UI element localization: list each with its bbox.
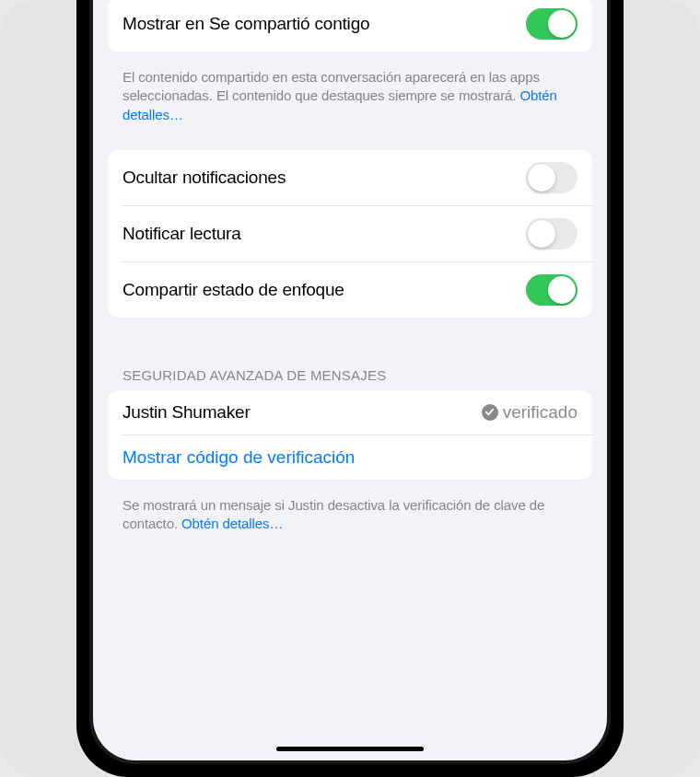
verified-status: verificado [482,402,578,423]
toggle-knob [528,220,555,248]
read-receipts-row[interactable]: Notificar lectura [108,206,592,261]
shared-with-you-toggle[interactable] [526,8,578,40]
home-indicator[interactable] [276,747,424,751]
read-receipts-label: Notificar lectura [122,224,241,244]
toggle-knob [528,164,555,191]
notifications-group: Ocultar notificaciones Notificar lectura [108,150,592,318]
read-receipts-toggle[interactable] [526,218,578,249]
shared-with-you-row[interactable]: Mostrar en Se compartió contigo [108,0,592,52]
shared-with-you-footer: El contenido compartido en esta conversa… [108,61,592,124]
verified-label: verificado [503,402,578,423]
settings-screen: Mostrar en Se compartió contigo El conte… [93,0,607,760]
share-focus-toggle[interactable] [526,274,578,306]
phone-frame: Mostrar en Se compartió contigo El conte… [76,0,624,777]
share-focus-row[interactable]: Compartir estado de enfoque [108,262,592,318]
spacer [108,327,592,367]
shared-with-you-label: Mostrar en Se compartió contigo [122,14,369,34]
spacer [108,124,592,150]
security-group: Justin Shumaker verificado Mostr [108,390,592,480]
contact-verification-row[interactable]: Justin Shumaker verificado [108,390,592,435]
page-container: Mostrar en Se compartió contigo El conte… [0,0,700,777]
phone-inner: Mostrar en Se compartió contigo El conte… [89,0,611,764]
hide-notifications-label: Ocultar notificaciones [122,168,286,188]
hide-notifications-toggle[interactable] [526,162,578,193]
shared-with-you-group: Mostrar en Se compartió contigo [108,0,592,52]
hide-notifications-row[interactable]: Ocultar notificaciones [108,150,592,205]
security-footer: Se mostrará un mensaje si Justin desacti… [108,489,592,534]
toggle-knob [548,276,576,304]
footer-text-body: El contenido compartido en esta conversa… [122,69,540,103]
security-section-header: SEGURIDAD AVANZADA DE MENSAJES [108,367,592,390]
checkmark-icon [482,404,498,421]
security-details-link[interactable]: Obtén detalles… [181,516,283,531]
toggle-knob [548,10,576,38]
share-focus-label: Compartir estado de enfoque [122,280,344,300]
show-verification-code-button[interactable]: Mostrar código de verificación [108,435,592,480]
contact-name-label: Justin Shumaker [122,402,251,423]
show-verification-code-label: Mostrar código de verificación [122,447,355,467]
